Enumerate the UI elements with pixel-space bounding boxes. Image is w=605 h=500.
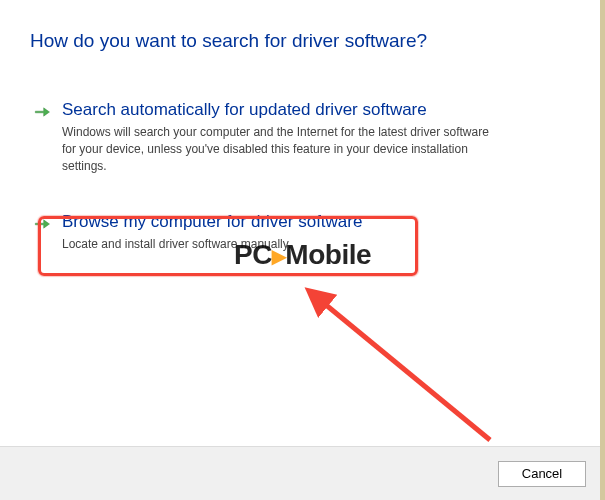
option-description: Locate and install driver software manua… xyxy=(62,236,502,253)
arrow-right-icon xyxy=(32,102,52,122)
page-title: How do you want to search for driver sof… xyxy=(30,30,575,52)
button-bar: Cancel xyxy=(0,446,600,500)
option-browse-computer[interactable]: Browse my computer for driver software L… xyxy=(30,212,575,253)
svg-line-1 xyxy=(320,300,490,440)
arrow-right-icon xyxy=(32,214,52,234)
option-description: Windows will search your computer and th… xyxy=(62,124,502,174)
option-title: Browse my computer for driver software xyxy=(62,212,575,232)
option-search-automatically[interactable]: Search automatically for updated driver … xyxy=(30,100,575,174)
option-title: Search automatically for updated driver … xyxy=(62,100,575,120)
wizard-content: How do you want to search for driver sof… xyxy=(0,0,605,253)
cancel-button[interactable]: Cancel xyxy=(498,461,586,487)
window-border-right xyxy=(600,0,605,500)
annotation-arrow-icon xyxy=(290,280,510,460)
